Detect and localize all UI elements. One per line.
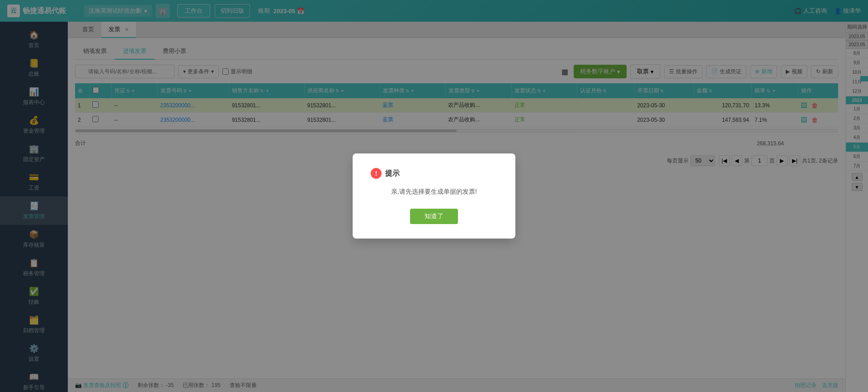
modal-box: ! 提示 亲,请先选择要生成单据的发票! 知道了 [353, 153, 515, 239]
modal-title: 提示 [385, 169, 400, 178]
modal-warn-icon: ! [371, 168, 382, 179]
modal-overlay: ! 提示 亲,请先选择要生成单据的发票! 知道了 [0, 0, 868, 392]
modal-title-row: ! 提示 [371, 168, 497, 179]
modal-ok-button[interactable]: 知道了 [410, 209, 458, 224]
modal-message: 亲,请先选择要生成单据的发票! [371, 188, 497, 196]
